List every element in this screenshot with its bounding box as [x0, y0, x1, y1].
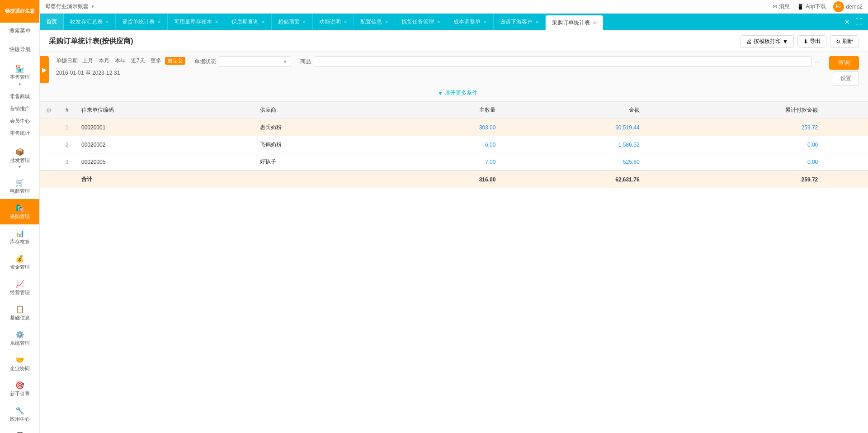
tab-receive-summary[interactable]: 收发存汇总表 ✕ [64, 14, 116, 30]
tabbar: 首页 收发存汇总表 ✕ 要货单统计表 ✕ 可用量库存账本 ✕ 保质期查询 ✕ 超… [40, 14, 868, 30]
date-this-year[interactable]: 本年 [113, 56, 127, 66]
date-custom-tag[interactable]: 自定义 [165, 57, 185, 65]
sidebar-item-wholesale[interactable]: 📦 批发管理 ▼ [0, 143, 39, 174]
search-menu-item[interactable]: 搜索菜单 [0, 23, 39, 39]
tab-requisition-stat[interactable]: 要货单统计表 ✕ [116, 14, 168, 30]
industry-chevron: ▼ [90, 4, 95, 9]
sidebar-item-wecom[interactable]: 💬 企业微信 [0, 427, 39, 433]
row2-paid[interactable]: 0.00 [645, 136, 824, 153]
member-label: 会员中心 [10, 118, 30, 124]
col-supplier: 供应商 [255, 102, 388, 119]
sidebar-item-operation[interactable]: 📈 经营管理 [0, 275, 39, 300]
sidebar-item-finance[interactable]: 💰 资金管理 [0, 250, 39, 275]
finance-label: 资金管理 [10, 264, 30, 271]
table-body: 1 00020001 惠氏奶粉 303.00 60,519.44 259.72 … [40, 119, 868, 171]
date-this-month[interactable]: 本月 [97, 56, 111, 66]
footer-row: 合计 316.00 62,631.76 259.72 [40, 171, 868, 188]
row3-paid[interactable]: 0.00 [645, 153, 824, 171]
tab-picking-task[interactable]: 拣货任务管理 ✕ [395, 14, 447, 30]
status-select[interactable] [219, 56, 291, 67]
expand-more[interactable]: ▼ 展开更多条件 [56, 89, 859, 97]
row2-amount[interactable]: 1,586.52 [501, 136, 645, 153]
tab-invite-customer-label: 邀请下游客户 [500, 18, 533, 26]
col-paid-amount: 累计付款金额 [645, 102, 824, 119]
tab-available-stock[interactable]: 可用量库存账本 ✕ [168, 14, 225, 30]
sidebar-item-member[interactable]: 会员中心 [0, 115, 39, 127]
tab-invite-customer-close[interactable]: ✕ [535, 19, 539, 24]
message-btn[interactable]: ✉ 消息 [773, 3, 790, 10]
date-shortcuts: 上月 本月 本年 近7天 更多 自定义 [80, 56, 185, 66]
tab-available-stock-close[interactable]: ✕ [215, 19, 218, 24]
sidebar-item-retail-shop[interactable]: 零售商城 [0, 90, 39, 103]
tab-cost-adjust-label: 成本调整单 [453, 18, 481, 26]
refresh-button[interactable]: ↻ 刷新 [830, 35, 859, 48]
tab-fullscreen-btn[interactable]: ⛶ [854, 18, 864, 26]
col-unit-code: 往来单位编码 [76, 102, 255, 119]
sidebar-item-appstore[interactable]: 🔧 应用中心 [0, 402, 39, 427]
tab-invite-customer[interactable]: 邀请下游客户 ✕ [494, 14, 546, 30]
industry-selector[interactable]: 母婴行业演示账套 ▼ [45, 3, 95, 10]
date-last-month[interactable]: 上月 [80, 56, 95, 66]
page-content: 采购订单统计表(按供应商) 🖨 按模板打印 ▼ ⬇ 导出 ↻ 刷新 [40, 30, 868, 433]
tab-overstock-alert-close[interactable]: ✕ [302, 19, 306, 24]
tab-receive-summary-close[interactable]: ✕ [105, 19, 109, 24]
footer-amount: 62,631.76 [501, 171, 645, 188]
tab-purchase-stat-close[interactable]: ✕ [593, 20, 596, 25]
row1-paid[interactable]: 259.72 [645, 119, 824, 136]
sidebar-item-collab[interactable]: 🤝 企业协同 [0, 351, 39, 376]
logo-text: 畅捷通好生意 [5, 8, 35, 14]
sidebar-item-retail-stat[interactable]: 零售统计 [0, 127, 39, 139]
app-download-btn[interactable]: 📱 App下载 [797, 3, 826, 10]
goods-more-btn[interactable]: ··· [815, 58, 820, 65]
user-profile[interactable]: E2 demo2 [833, 1, 863, 12]
operation-icon: 📈 [15, 280, 24, 288]
tab-picking-task-label: 拣货任务管理 [401, 18, 434, 26]
tab-expiry-query-close[interactable]: ✕ [261, 19, 265, 24]
sidebar-item-system[interactable]: ⚙️ 系统管理 [0, 326, 39, 351]
query-button[interactable]: 查询 [829, 56, 859, 70]
tab-cost-adjust-close[interactable]: ✕ [483, 19, 487, 24]
shortcut-nav-item[interactable]: 快捷导航 [0, 43, 39, 56]
sidebar-item-ecommerce[interactable]: 🛒 电商管理 [0, 174, 39, 199]
row1-quantity[interactable]: 303.00 [388, 119, 501, 136]
tab-overstock-alert[interactable]: 超储预警 ✕ [272, 14, 313, 30]
tab-picking-task-close[interactable]: ✕ [437, 19, 440, 24]
export-button[interactable]: ⬇ 导出 [797, 35, 826, 48]
table-settings-icon[interactable]: ⚙ [46, 107, 52, 114]
date-7days[interactable]: 近7天 [129, 56, 147, 66]
row2-quantity[interactable]: 6.00 [388, 136, 501, 153]
export-icon: ⬇ [803, 38, 808, 45]
inventory-label: 库存核算 [10, 238, 30, 245]
tab-config-close[interactable]: ✕ [385, 19, 388, 24]
row1-amount[interactable]: 60,519.44 [501, 119, 645, 136]
row3-amount[interactable]: 525.80 [501, 153, 645, 171]
row1-settings [40, 119, 58, 136]
sidebar-item-guide[interactable]: 🎯 新手引导 [0, 376, 39, 402]
sidebar-item-inventory[interactable]: 📊 库存核算 [0, 224, 39, 250]
tab-purchase-stat[interactable]: 采购订单统计表 ✕ [546, 15, 603, 30]
date-more[interactable]: 更多 [149, 56, 163, 66]
tab-cost-adjust[interactable]: 成本调整单 ✕ [447, 14, 494, 30]
settings-button[interactable]: 设置 [833, 71, 859, 86]
retail-label: 零售管理 [10, 74, 30, 81]
guide-icon: 🎯 [15, 381, 24, 390]
template-print-button[interactable]: 🖨 按模板打印 ▼ [741, 35, 794, 48]
sidebar-item-basic[interactable]: 📋 基础信息 [0, 300, 39, 326]
goods-input[interactable] [314, 56, 812, 67]
page-actions: 🖨 按模板打印 ▼ ⬇ 导出 ↻ 刷新 [741, 35, 859, 48]
sidebar-item-purchase[interactable]: 🛍️ 采购管理 [0, 199, 39, 224]
tab-config[interactable]: 配置信息 ✕ [354, 14, 395, 30]
date-filter: 单据日期 上月 本月 本年 近7天 更多 自定义 2016 [56, 56, 185, 77]
tab-actions: ✕ ⛶ [842, 18, 868, 26]
tab-requisition-stat-close[interactable]: ✕ [157, 19, 161, 24]
sidebar-item-retail[interactable]: 🏪 零售管理 ▲ [0, 60, 39, 90]
sidebar-item-marketing[interactable]: 营销推广 [0, 103, 39, 115]
tab-close-btn[interactable]: ✕ [842, 18, 852, 26]
row3-quantity[interactable]: 7.00 [388, 153, 501, 171]
filter-toggle-btn[interactable]: ▶ [40, 56, 49, 83]
row3-settings [40, 153, 58, 171]
tab-function-desc-close[interactable]: ✕ [344, 19, 347, 24]
tab-function-desc[interactable]: 功能说明 ✕ [313, 14, 354, 30]
tab-expiry-query[interactable]: 保质期查询 ✕ [225, 14, 272, 30]
tab-home[interactable]: 首页 [40, 14, 64, 30]
